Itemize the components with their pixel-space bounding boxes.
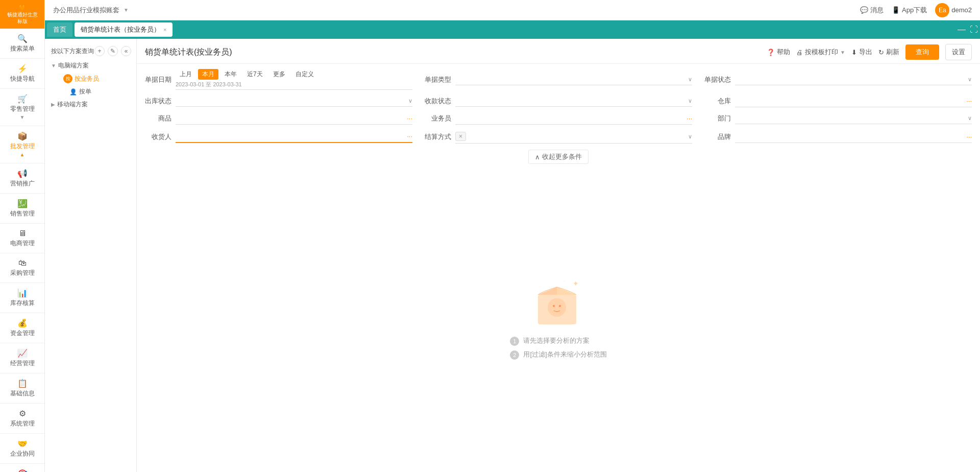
outstatus-select[interactable]: ∨ (176, 96, 412, 107)
sidebar-item-basic[interactable]: 📋 基础信息 (0, 373, 44, 404)
sidebar-item-label: 资金管理 (2, 329, 42, 338)
salesperson-input[interactable]: ··· (455, 112, 692, 125)
quicknav-icon: ⚡ (2, 64, 42, 74)
date-tab-last-month[interactable]: 上月 (176, 69, 196, 80)
step2-text: 用[过滤]条件来缩小分析范围 (523, 350, 606, 359)
system-icon: ⚙ (2, 409, 42, 418)
date-tab-custom[interactable]: 自定义 (291, 69, 318, 80)
operation-icon: 📈 (2, 348, 42, 358)
settlement-arrow: ∨ (688, 133, 692, 140)
goods-label: 商品 (145, 114, 172, 123)
dept-select[interactable]: ∨ (735, 113, 972, 124)
step1-text: 请先选择要分析的方案 (523, 336, 590, 345)
sidebar-item-label: 批发管理 (2, 142, 42, 151)
inventory-icon: 📊 (2, 288, 42, 298)
date-tab-more[interactable]: 更多 (269, 69, 289, 80)
sidebar-item-search[interactable]: 🔍 搜索菜单 (0, 29, 44, 59)
sidebar-item-sales[interactable]: 💹 销售管理 (0, 194, 44, 224)
filter-cell-outstatus: 出库状态 ∨ (145, 96, 412, 107)
tree-item-mobile[interactable]: ▶ 移动端方案 (45, 98, 136, 111)
sidebar-item-quicknav[interactable]: ⚡ 快捷导航 (0, 59, 44, 89)
filter-row-3: 商品 ··· 业务员 ··· 部门 (145, 112, 972, 125)
warehouse-label: 仓库 (704, 97, 731, 106)
add-plan-button[interactable]: + (94, 46, 105, 56)
finance-icon: 💰 (2, 318, 42, 328)
message-label: 消息 (870, 6, 884, 15)
industry-selector[interactable]: 办公用品行业模拟账套 ▼ (53, 6, 129, 15)
date-tab-this-month[interactable]: 本月 (198, 69, 218, 80)
export-button[interactable]: ⬇ 导出 (851, 48, 872, 57)
tab-home[interactable]: 首页 (47, 22, 72, 37)
empty-state: ✦ · 1 请先选择要分析的方案 (137, 168, 980, 472)
sidebar-item-ecommerce[interactable]: 🖥 电商管理 (0, 224, 44, 253)
sidebar-item-label: 系统管理 (2, 419, 42, 428)
outstatus-arrow: ∨ (408, 98, 412, 104)
refresh-label: 刷新 (886, 48, 899, 57)
brand-input[interactable]: ··· (735, 131, 972, 143)
tree-child-salesperson[interactable]: 按 按业务员 (51, 72, 136, 85)
tab-minimize-button[interactable]: — (958, 25, 966, 34)
empty-svg: ✦ · (528, 277, 589, 328)
doctype-select[interactable]: ∨ (455, 74, 692, 85)
sidebar-item-marketing[interactable]: 📢 营销推广 (0, 163, 44, 194)
warehouse-input[interactable]: ··· (735, 95, 972, 107)
date-input-area: 上月 本月 本年 近7天 更多 自定义 2023-03-01 至 2023-03… (176, 69, 412, 90)
filter-cell-dept: 部门 ∨ (704, 113, 972, 124)
collectstatus-arrow: ∨ (688, 98, 692, 104)
sidebar-item-label: 库存核算 (2, 299, 42, 308)
date-tab-7days[interactable]: 近7天 (243, 69, 267, 80)
export-icon: ⬇ (851, 49, 857, 56)
active-plan-indicator: 按 (63, 74, 72, 83)
left-panel-header: 按以下方案查询 + ✎ « (45, 43, 136, 59)
goods-input[interactable]: ··· (176, 112, 412, 125)
tree-child-by-order[interactable]: 👤 按单 (51, 85, 136, 98)
tab-close-button[interactable]: × (163, 27, 166, 33)
setting-button[interactable]: 设置 (945, 44, 972, 60)
receiver-dots: ··· (407, 132, 412, 140)
settlement-tag-close[interactable]: × (459, 133, 462, 140)
industry-name: 办公用品行业模拟账套 (53, 6, 119, 15)
retail-arrow: ▼ (20, 114, 25, 120)
page-header: 销货单统计表(按业务员) ❓ 帮助 🖨 按模板打印 ▼ ⬇ 导出 (137, 39, 980, 64)
sidebar-item-finance[interactable]: 💰 资金管理 (0, 313, 44, 343)
sidebar-item-collab[interactable]: 🤝 企业协同 (0, 434, 44, 464)
newbie-icon: 🎯 (2, 469, 42, 472)
query-button[interactable]: 查询 (905, 44, 939, 60)
tab-sales-report[interactable]: 销货单统计表（按业务员） × (75, 22, 173, 37)
sidebar-item-inventory[interactable]: 📊 库存核算 (0, 283, 44, 313)
page-title: 销货单统计表(按业务员) (145, 47, 232, 58)
sidebar-item-retail[interactable]: 🛒 零售管理 ▼ (0, 89, 44, 126)
help-button[interactable]: ❓ 帮助 (767, 48, 790, 57)
template-print-button[interactable]: 🖨 按模板打印 ▼ (796, 48, 845, 57)
edit-plan-button[interactable]: ✎ (108, 46, 118, 56)
app-download-button[interactable]: 📱 App下载 (892, 6, 927, 15)
user-profile[interactable]: Ea demo2 (935, 3, 972, 17)
sidebar-item-label: 经营管理 (2, 359, 42, 368)
collapse-button[interactable]: ∧ 收起更多条件 (528, 150, 589, 164)
collectstatus-select[interactable]: ∨ (455, 96, 692, 107)
date-tab-this-year[interactable]: 本年 (220, 69, 241, 80)
sidebar-item-operation[interactable]: 📈 经营管理 (0, 343, 44, 373)
tab-bar-actions: — ⛶ (958, 25, 978, 34)
tab-maximize-button[interactable]: ⛶ (970, 25, 978, 34)
receiver-input[interactable]: ··· (176, 130, 412, 143)
sidebar-item-label: 企业协同 (2, 450, 42, 458)
svg-text:·: · (564, 278, 565, 284)
tree-item-desktop[interactable]: ▼ 电脑端方案 (45, 59, 136, 72)
sidebar-item-system[interactable]: ⚙ 系统管理 (0, 404, 44, 434)
basic-icon: 📋 (2, 379, 42, 388)
settlement-select[interactable]: × ∨ (455, 130, 692, 144)
filter-cell-date: 单据日期 上月 本月 本年 近7天 更多 自定义 2023-03-01 至 20… (145, 69, 412, 90)
sidebar-item-newbie[interactable]: 🎯 新手引导 (0, 464, 44, 472)
message-button[interactable]: 💬 消息 (860, 6, 884, 15)
logo-icon: 🧡 (19, 4, 26, 11)
date-range-display: 2023-03-01 至 2023-03-31 (176, 81, 412, 88)
filter-cell-collectstatus: 收款状态 ∨ (425, 96, 692, 107)
sidebar-item-wholesale[interactable]: 📦 批发管理 ▲ (0, 126, 44, 163)
collapse-panel-button[interactable]: « (121, 46, 131, 56)
refresh-button[interactable]: ↻ 刷新 (878, 48, 899, 57)
docstatus-select[interactable]: ∨ (735, 74, 972, 85)
sidebar-item-purchase[interactable]: 🛍 采购管理 (0, 253, 44, 283)
docstatus-label: 单据状态 (704, 75, 731, 84)
app-logo[interactable]: 🧡 畅捷通好生意标版 (0, 0, 44, 29)
